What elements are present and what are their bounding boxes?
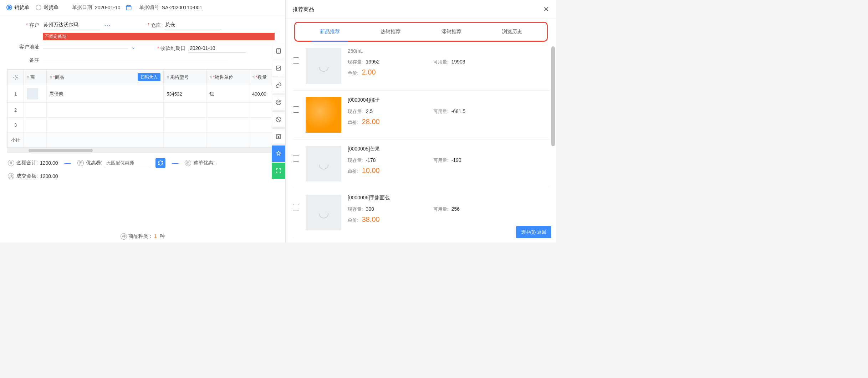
warehouse-value[interactable]: 总仓 (164, 20, 221, 30)
minus-icon: — (65, 159, 71, 167)
deal-value: 1200.00 (40, 173, 58, 179)
subtotal-label: 小计 (7, 133, 24, 147)
svg-rect-0 (126, 6, 131, 10)
rail-star-button[interactable] (272, 145, 285, 162)
grid-settings-button[interactable] (7, 70, 24, 85)
rec-checkbox[interactable] (293, 57, 299, 64)
row-index: 2 (7, 103, 24, 117)
rail-doc-button[interactable] (272, 43, 285, 59)
vertical-scrollbar[interactable] (551, 46, 555, 146)
rec-thumb: ◡ (306, 195, 341, 230)
rail-currency-button[interactable] (272, 128, 285, 145)
avail-value: 19903 (451, 59, 465, 65)
discount-icon: 惠 (185, 160, 191, 166)
chevron-down-icon[interactable]: ⌄ (131, 44, 136, 50)
stock-label: 现存量: (348, 157, 363, 164)
kinds-unit: 种 (160, 233, 165, 239)
rail-expand-button[interactable] (272, 163, 285, 179)
svg-point-1 (15, 77, 16, 78)
col-header-img[interactable]: ⇅商 (24, 70, 47, 85)
link-icon (275, 82, 282, 88)
recommend-item[interactable]: ◡ [0000006]手撕面包 现存量:300 可用量:256 单价:38.00 (293, 188, 549, 237)
tab-new[interactable]: 新品推荐 (300, 26, 360, 38)
radio-sale[interactable]: 销货单 (6, 4, 29, 11)
recommend-tabs: 新品推荐 热销推荐 滞销推荐 浏览历史 (294, 22, 548, 42)
cell-product[interactable]: 果倍爽 (47, 85, 164, 102)
close-icon[interactable]: ✕ (543, 5, 549, 14)
avail-value: -681.5 (451, 108, 466, 114)
expand-icon (275, 168, 282, 174)
rec-thumb (306, 97, 341, 133)
calendar-icon[interactable] (126, 4, 132, 11)
kinds-value: 1 (154, 233, 157, 239)
stock-label: 现存量: (348, 206, 363, 213)
price-label: 单价: (348, 119, 358, 126)
coupon-label: 优惠券: (86, 160, 102, 166)
table-row[interactable]: 1 果倍爽 534532 包 400.00 (7, 85, 278, 103)
coupon-input[interactable] (104, 159, 150, 167)
table-row[interactable]: 2 (7, 103, 278, 118)
tab-history[interactable]: 浏览历史 (482, 26, 542, 38)
minus-icon: — (172, 159, 178, 167)
customer-label: 客户 (29, 22, 39, 28)
refresh-button[interactable] (155, 158, 165, 168)
price-label: 单价: (348, 168, 358, 175)
col-header-unit[interactable]: ⇅*销售单位 (206, 70, 249, 85)
recommend-item[interactable]: ◡ 250mL 现存量:19952 可用量:19903 单价:2.00 (293, 42, 549, 91)
swap-icon (275, 99, 282, 106)
kinds-label: 商品种类 : (128, 233, 151, 239)
stock-value: 300 (366, 206, 374, 212)
radio-dot-icon (36, 5, 41, 10)
chart-icon (275, 65, 282, 71)
remark-value[interactable] (43, 59, 228, 62)
tab-hot[interactable]: 热销推荐 (360, 26, 421, 38)
due-label: 收款到期日 (160, 45, 185, 51)
price-value: 38.00 (362, 215, 380, 224)
cell-spec[interactable]: 534532 (164, 85, 206, 102)
radio-sale-label: 销货单 (14, 4, 29, 11)
price-value: 28.00 (362, 118, 380, 126)
rail-void-button[interactable] (272, 111, 285, 128)
avail-label: 可用量: (433, 59, 449, 65)
price-label: 单价: (348, 70, 358, 76)
table-row[interactable]: 3 (7, 118, 278, 133)
due-value[interactable]: 2020-01-10 (189, 44, 246, 53)
yen-icon: ¥ (8, 160, 14, 166)
deal-icon: 成 (8, 173, 14, 179)
price-value: 2.00 (362, 68, 376, 76)
tab-slow[interactable]: 滞销推荐 (421, 26, 482, 38)
rec-checkbox[interactable] (293, 155, 299, 162)
rail-swap-button[interactable] (272, 94, 285, 111)
col-header-product[interactable]: ⇅*商品 扫码录入 (47, 70, 164, 85)
rec-checkbox[interactable] (293, 204, 299, 210)
rec-checkbox[interactable] (293, 106, 299, 113)
scan-input-button[interactable]: 扫码录入 (138, 73, 160, 81)
col-header-spec[interactable]: ⇅规格型号 (164, 70, 206, 85)
coupon-icon: 券 (77, 160, 84, 166)
rec-name: [0000005]芒果 (348, 146, 549, 152)
cell-unit[interactable]: 包 (206, 85, 249, 102)
stock-value: 2.5 (366, 108, 373, 114)
stock-value: -178 (366, 157, 376, 163)
doc-date-value[interactable]: 2020-01-10 (95, 5, 121, 10)
credit-badge: 不固定账期 (43, 33, 275, 40)
star-icon (275, 150, 282, 157)
rail-chart-button[interactable] (272, 60, 285, 76)
refresh-icon (158, 160, 163, 166)
stock-value: 19952 (366, 59, 380, 65)
warehouse-label: 仓库 (151, 22, 161, 28)
addr-label: 客户地址 (11, 44, 39, 50)
customer-value[interactable]: 苏州万达沃尔玛 (43, 20, 100, 30)
recommend-item[interactable]: ◡ [0000005]芒果 现存量:-178 可用量:-190 单价:10.00 (293, 139, 549, 188)
doc-no-value: SA-20200110-001 (162, 5, 203, 10)
subtotal-row: 小计 (7, 133, 278, 148)
gear-icon (13, 75, 19, 80)
recommend-item[interactable]: [0000004]橘子 现存量:2.5 可用量:-681.5 单价:28.00 (293, 91, 549, 139)
rec-thumb: ◡ (306, 48, 341, 84)
select-return-button[interactable]: 选中(0) 返回 (516, 226, 552, 238)
rail-link-button[interactable] (272, 77, 285, 93)
addr-value[interactable] (43, 46, 128, 49)
radio-return[interactable]: 退货单 (36, 4, 58, 11)
customer-lookup-icon[interactable]: ⋯ (104, 21, 111, 29)
horizontal-scrollbar[interactable] (7, 148, 278, 153)
